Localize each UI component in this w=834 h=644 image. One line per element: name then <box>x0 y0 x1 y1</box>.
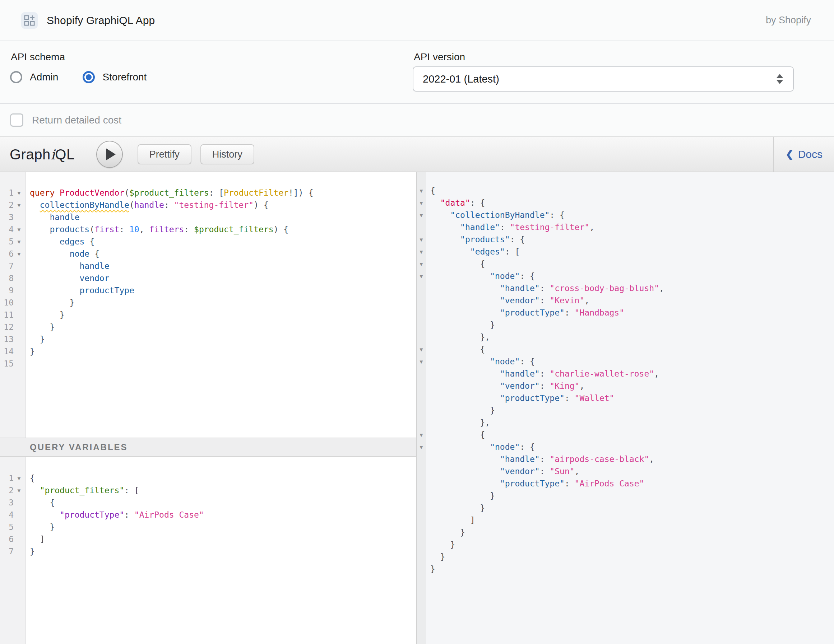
fold-arrow-icon[interactable]: ▼ <box>14 487 24 494</box>
api-version-value: 2022-01 (Latest) <box>423 73 499 85</box>
line-number: 6 <box>0 533 14 545</box>
gutter-row: 2▼ <box>0 199 26 211</box>
workspace: 1▼2▼3▼4▼5▼6▼7▼8▼9▼10▼11▼12▼13▼14▼15▼ que… <box>0 172 834 644</box>
fold-arrow-icon[interactable]: ▼ <box>14 475 24 481</box>
code-line: "handle": "charlie-wallet-rose", <box>430 368 834 380</box>
result-code-area: { "data": { "collectionByHandle": { "han… <box>426 172 834 644</box>
fold-arrow-icon[interactable]: ▼ <box>417 346 427 352</box>
code-line: vendor <box>30 272 416 284</box>
radio-storefront[interactable] <box>82 71 95 83</box>
gutter-row: 13▼ <box>0 333 26 345</box>
gutter-row: ▼ <box>417 294 426 307</box>
fold-arrow-icon[interactable]: ▼ <box>417 188 427 194</box>
execute-query-button[interactable] <box>96 141 123 168</box>
code-line: { <box>30 497 416 508</box>
page-title: Shopify GraphiQL App <box>47 15 155 27</box>
detailed-cost-checkbox[interactable] <box>10 113 23 127</box>
app-header: Shopify GraphiQL App by Shopify <box>0 0 834 41</box>
history-button[interactable]: History <box>200 144 254 165</box>
fold-arrow-icon[interactable]: ▼ <box>14 202 24 208</box>
gutter-row: ▼ <box>417 441 426 453</box>
gutter-row: 5▼ <box>0 236 26 248</box>
gutter-row: 10▼ <box>0 297 26 309</box>
chevron-left-icon: ❮ <box>786 148 794 160</box>
variables-code-area[interactable]: { "product_filters": [ { "productType": … <box>26 457 416 644</box>
query-variables-header[interactable]: QUERY VARIABLES <box>0 437 416 457</box>
docs-label: Docs <box>798 148 823 160</box>
fold-arrow-icon[interactable]: ▼ <box>14 251 24 257</box>
variables-line-gutter: 1▼2▼3▼4▼5▼6▼7▼ <box>0 457 26 644</box>
gutter-row: ▼ <box>417 343 426 355</box>
code-line: { <box>430 184 834 197</box>
docs-toggle[interactable]: ❮ Docs <box>773 137 834 171</box>
code-line: ] <box>30 533 416 545</box>
code-line: } <box>430 539 834 551</box>
prettify-button[interactable]: Prettify <box>137 144 191 165</box>
variables-editor[interactable]: 1▼2▼3▼4▼5▼6▼7▼ { "product_filters": [ { … <box>0 457 416 644</box>
gutter-row: 1▼ <box>0 472 26 484</box>
app-byline: by Shopify <box>766 15 811 26</box>
code-line: products(first: 10, filters: $product_fi… <box>30 223 416 236</box>
radio-storefront-label[interactable]: Storefront <box>102 71 147 83</box>
code-line: } <box>430 490 834 502</box>
gutter-row: ▼ <box>417 270 426 282</box>
code-line: { <box>430 429 834 441</box>
line-number: 14 <box>0 345 14 358</box>
radio-admin[interactable] <box>10 71 22 83</box>
code-line: } <box>30 309 416 321</box>
line-number: 12 <box>0 321 14 333</box>
code-line: "products": { <box>430 233 834 245</box>
code-line: "edges": [ <box>430 245 834 258</box>
graphiql-toolbar: GraphiQL Prettify History ❮ Docs <box>0 136 834 172</box>
line-number: 5 <box>0 236 14 248</box>
fold-arrow-icon[interactable]: ▼ <box>417 261 427 267</box>
radio-admin-label[interactable]: Admin <box>30 71 58 83</box>
fold-arrow-icon[interactable]: ▼ <box>417 444 427 450</box>
fold-arrow-icon[interactable]: ▼ <box>14 226 24 232</box>
query-code-area[interactable]: query ProductVendor($product_filters: [P… <box>26 172 416 437</box>
fold-arrow-icon[interactable]: ▼ <box>14 190 24 196</box>
play-icon <box>106 148 116 160</box>
detailed-cost-label[interactable]: Return detailed cost <box>32 115 121 126</box>
code-line: "node": { <box>430 355 834 368</box>
code-line: } <box>430 502 834 514</box>
detailed-cost-row: Return detailed cost <box>0 104 834 136</box>
fold-arrow-icon[interactable]: ▼ <box>14 239 24 245</box>
line-number: 8 <box>0 272 14 284</box>
line-number: 15 <box>0 358 14 370</box>
gutter-row: 1▼ <box>0 187 26 199</box>
fold-arrow-icon[interactable]: ▼ <box>417 237 427 243</box>
fold-arrow-icon[interactable]: ▼ <box>417 358 427 365</box>
fold-arrow-icon[interactable]: ▼ <box>417 432 427 438</box>
api-version-select[interactable]: 2022-01 (Latest) <box>413 66 794 92</box>
gutter-row: ▼ <box>417 490 426 502</box>
gutter-row: 2▼ <box>0 484 26 497</box>
query-line-gutter: 1▼2▼3▼4▼5▼6▼7▼8▼9▼10▼11▼12▼13▼14▼15▼ <box>0 172 26 437</box>
line-number: 4 <box>0 223 14 236</box>
gutter-row: ▼ <box>417 197 426 209</box>
fold-arrow-icon[interactable]: ▼ <box>417 200 427 206</box>
gutter-row: 9▼ <box>0 284 26 297</box>
code-line: { <box>430 258 834 270</box>
code-line: } <box>430 551 834 563</box>
code-line: } <box>430 404 834 416</box>
code-line: "handle": "cross-body-bag-blush", <box>430 282 834 294</box>
code-line: "node": { <box>430 441 834 453</box>
gutter-row: ▼ <box>417 307 426 319</box>
code-line: }, <box>430 331 834 343</box>
gutter-row: ▼ <box>417 478 426 490</box>
fold-arrow-icon[interactable]: ▼ <box>417 273 427 279</box>
graphiql-logo: GraphiQL <box>10 147 75 163</box>
apps-icon-glyph <box>24 15 35 26</box>
gutter-row: 6▼ <box>0 533 26 545</box>
fold-arrow-icon[interactable]: ▼ <box>417 249 427 255</box>
fold-arrow-icon[interactable]: ▼ <box>417 212 427 218</box>
api-config-section: API schema Admin Storefront API version … <box>0 41 834 104</box>
gutter-row: 3▼ <box>0 497 26 508</box>
code-line: "handle": "airpods-case-black", <box>430 453 834 465</box>
code-line: } <box>30 521 416 533</box>
gutter-row: ▼ <box>417 233 426 245</box>
code-line: "data": { <box>430 197 834 209</box>
query-editor[interactable]: 1▼2▼3▼4▼5▼6▼7▼8▼9▼10▼11▼12▼13▼14▼15▼ que… <box>0 172 416 437</box>
code-line: "vendor": "King", <box>430 380 834 392</box>
